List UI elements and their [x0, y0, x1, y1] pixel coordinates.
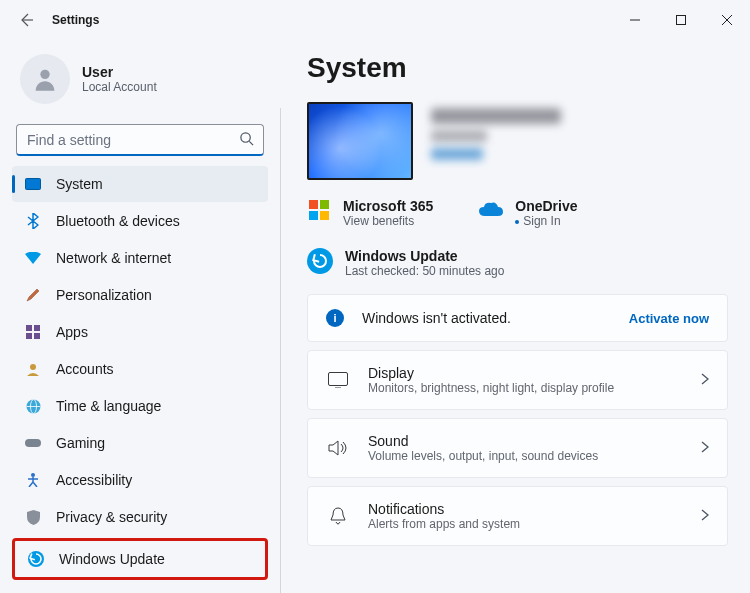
sidebar-item-accounts[interactable]: Accounts	[12, 351, 268, 387]
person-icon	[31, 65, 59, 93]
setting-notifications[interactable]: Notifications Alerts from apps and syste…	[307, 486, 728, 546]
close-icon	[722, 15, 732, 25]
minimize-button[interactable]	[612, 0, 658, 40]
svg-point-1	[40, 70, 49, 79]
accessibility-icon	[24, 471, 42, 489]
nav-label: Privacy & security	[56, 509, 167, 525]
apps-icon	[24, 323, 42, 341]
maximize-icon	[676, 15, 686, 25]
gaming-icon	[24, 434, 42, 452]
svg-rect-17	[320, 211, 329, 220]
globe-icon	[24, 397, 42, 415]
svg-rect-18	[329, 373, 348, 386]
pc-info-row	[307, 102, 728, 180]
setting-title: Display	[368, 365, 683, 381]
bluetooth-icon	[24, 212, 42, 230]
search-icon	[239, 131, 254, 149]
m365-sub: View benefits	[343, 214, 433, 228]
close-button[interactable]	[704, 0, 750, 40]
bell-icon	[326, 507, 350, 525]
sidebar-item-time-language[interactable]: Time & language	[12, 388, 268, 424]
wifi-icon	[24, 249, 42, 267]
setting-title: Notifications	[368, 501, 683, 517]
sidebar-item-network[interactable]: Network & internet	[12, 240, 268, 276]
user-name: User	[82, 64, 157, 80]
nav-label: Bluetooth & devices	[56, 213, 180, 229]
minimize-icon	[630, 15, 640, 25]
onedrive-title: OneDrive	[515, 198, 577, 214]
arrow-left-icon	[18, 12, 34, 28]
svg-rect-3	[26, 179, 41, 190]
svg-point-8	[30, 364, 36, 370]
accounts-icon	[24, 360, 42, 378]
display-icon	[326, 372, 350, 388]
nav-label: Accessibility	[56, 472, 132, 488]
setting-display[interactable]: Display Monitors, brightness, night ligh…	[307, 350, 728, 410]
setting-title: Sound	[368, 433, 683, 449]
update-sub: Last checked: 50 minutes ago	[345, 264, 504, 278]
search-input[interactable]	[16, 124, 264, 156]
pc-model-blurred	[431, 130, 487, 142]
user-info: User Local Account	[82, 64, 157, 94]
pc-name-blurred	[431, 108, 561, 124]
main-content: System Microsoft 365 View benefits	[281, 40, 750, 593]
system-icon	[24, 175, 42, 193]
nav-label: Gaming	[56, 435, 105, 451]
svg-rect-15	[320, 200, 329, 209]
microsoft-icon	[307, 198, 331, 222]
nav-label: Personalization	[56, 287, 152, 303]
svg-point-2	[241, 133, 250, 142]
window-controls	[612, 0, 750, 40]
sidebar-item-privacy[interactable]: Privacy & security	[12, 499, 268, 535]
sidebar-item-apps[interactable]: Apps	[12, 314, 268, 350]
svg-point-12	[31, 473, 35, 477]
m365-title: Microsoft 365	[343, 198, 433, 214]
sidebar-item-gaming[interactable]: Gaming	[12, 425, 268, 461]
brush-icon	[24, 286, 42, 304]
pc-info-text	[431, 102, 561, 160]
setting-sub: Volume levels, output, input, sound devi…	[368, 449, 683, 463]
activation-message: Windows isn't activated.	[362, 310, 611, 326]
m365-block[interactable]: Microsoft 365 View benefits	[307, 198, 433, 228]
svg-rect-5	[34, 325, 40, 331]
back-button[interactable]	[16, 10, 36, 30]
windows-update-row[interactable]: Windows Update Last checked: 50 minutes …	[307, 242, 728, 294]
chevron-right-icon	[701, 508, 709, 524]
nav-label: Windows Update	[59, 551, 165, 567]
onedrive-block[interactable]: OneDrive Sign In	[479, 198, 577, 228]
sidebar-item-windows-update[interactable]: Windows Update	[15, 541, 265, 577]
activation-card[interactable]: i Windows isn't activated. Activate now	[307, 294, 728, 342]
svg-rect-16	[309, 211, 318, 220]
svg-rect-6	[26, 333, 32, 339]
sidebar-item-personalization[interactable]: Personalization	[12, 277, 268, 313]
cloud-services-row: Microsoft 365 View benefits OneDrive Sig…	[307, 194, 728, 242]
setting-sound[interactable]: Sound Volume levels, output, input, soun…	[307, 418, 728, 478]
chevron-right-icon	[701, 372, 709, 388]
highlight-box: Windows Update	[12, 538, 268, 580]
title-bar: Settings	[0, 0, 750, 40]
desktop-thumbnail	[307, 102, 413, 180]
svg-rect-7	[34, 333, 40, 339]
sidebar-item-system[interactable]: System	[12, 166, 268, 202]
avatar	[20, 54, 70, 104]
search-box	[16, 124, 264, 156]
page-title: System	[307, 52, 728, 84]
sidebar-item-accessibility[interactable]: Accessibility	[12, 462, 268, 498]
rename-link-blurred	[431, 148, 483, 160]
sidebar: User Local Account System Bluetooth & de…	[0, 40, 280, 593]
svg-rect-11	[25, 439, 41, 447]
setting-sub: Monitors, brightness, night light, displ…	[368, 381, 683, 395]
update-icon	[27, 550, 45, 568]
nav-label: Time & language	[56, 398, 161, 414]
nav-label: Network & internet	[56, 250, 171, 266]
user-block[interactable]: User Local Account	[12, 48, 268, 122]
maximize-button[interactable]	[658, 0, 704, 40]
chevron-right-icon	[701, 440, 709, 456]
svg-rect-4	[26, 325, 32, 331]
user-account-type: Local Account	[82, 80, 157, 94]
svg-rect-0	[677, 16, 686, 25]
nav-label: Accounts	[56, 361, 114, 377]
sidebar-item-bluetooth[interactable]: Bluetooth & devices	[12, 203, 268, 239]
activate-now-link[interactable]: Activate now	[629, 311, 709, 326]
setting-sub: Alerts from apps and system	[368, 517, 683, 531]
